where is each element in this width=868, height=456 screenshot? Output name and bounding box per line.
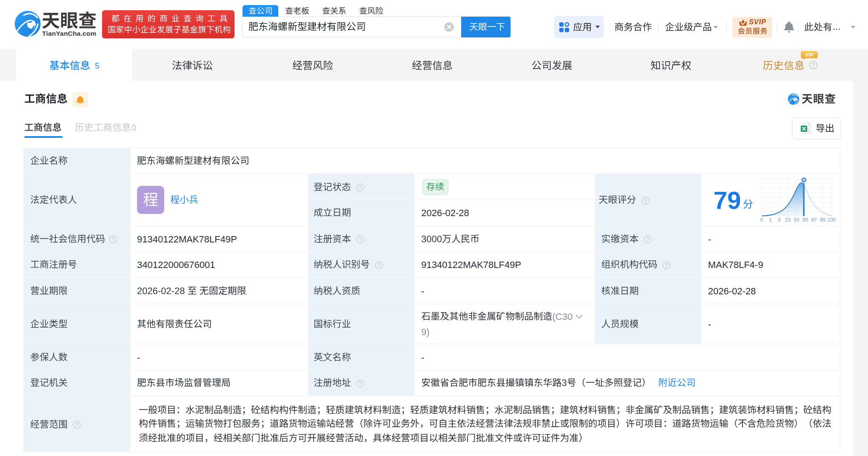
svg-text:?: ? bbox=[646, 237, 649, 242]
svg-text:?: ? bbox=[665, 262, 668, 268]
svg-text:?: ? bbox=[359, 237, 362, 242]
svg-text:?: ? bbox=[359, 185, 362, 191]
svg-text:?: ? bbox=[359, 381, 362, 387]
svg-text:?: ? bbox=[111, 237, 114, 242]
svg-text:?: ? bbox=[644, 198, 647, 204]
svg-text:?: ? bbox=[377, 262, 380, 268]
svg-text:?: ? bbox=[75, 422, 78, 428]
svg-text:VIP: VIP bbox=[805, 52, 814, 57]
svg-text:?: ? bbox=[812, 62, 815, 68]
